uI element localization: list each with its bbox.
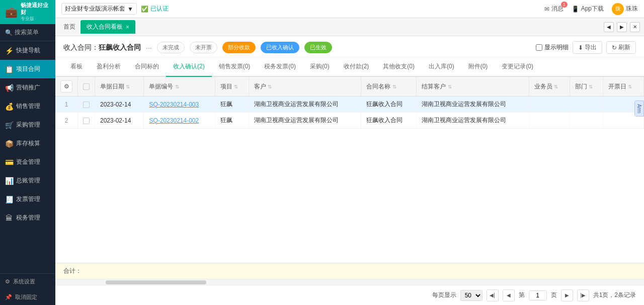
- column-settings-button[interactable]: ⚙: [60, 80, 72, 92]
- sub-tab-attachment[interactable]: 附件(0): [461, 57, 495, 77]
- status-btn-effective[interactable]: 已生效: [304, 42, 332, 53]
- total-pages-label: 共1页，2条记录: [593, 291, 636, 299]
- sort-invoice-icon[interactable]: ⇅: [628, 84, 632, 89]
- sort-customer-icon[interactable]: ⇅: [268, 84, 272, 89]
- sidebar-item-project-contract[interactable]: 📋 项目合同: [0, 60, 55, 78]
- row-checkbox-2[interactable]: [78, 113, 95, 129]
- th-customer-label: 客户: [254, 83, 266, 90]
- horizontal-scrollbar[interactable]: [55, 279, 644, 285]
- row-contract-1: 狂飙收入合同: [361, 96, 417, 113]
- sidebar-label-quick-nav: 快捷导航: [16, 46, 40, 55]
- home-tab[interactable]: 首页: [59, 21, 79, 33]
- row-number-1[interactable]: SQ-20230214-003: [144, 96, 215, 113]
- sidebar-bottom-settings[interactable]: ⚙ 系统设置: [0, 274, 55, 289]
- refresh-button[interactable]: ↻ 刷新: [606, 41, 636, 54]
- sidebar-label-4: 库存核算: [16, 139, 40, 148]
- arm-button[interactable]: Arm: [634, 100, 644, 117]
- status-btn-confirmed[interactable]: 已收入确认: [261, 42, 299, 53]
- sidebar-item-finance[interactable]: 💳 资金管理: [0, 153, 55, 171]
- sub-tab-change-log[interactable]: 变更记录(0): [495, 57, 540, 77]
- message-button[interactable]: ✉ 1 消息: [544, 5, 564, 13]
- sort-project-icon[interactable]: ⇅: [234, 84, 238, 89]
- user-avatar[interactable]: 珠 珠珠: [612, 3, 638, 15]
- status-btn-uninvoiced[interactable]: 未开票: [190, 42, 217, 53]
- sub-tab-tax-invoice[interactable]: 税务发票(0): [257, 57, 303, 77]
- display-detail-checkbox[interactable]: 显示明细: [536, 43, 569, 52]
- row-number-2[interactable]: SQ-20230214-002: [144, 113, 215, 129]
- page-size-select[interactable]: 50: [460, 290, 482, 301]
- sort-salesman-icon[interactable]: ⇅: [554, 84, 558, 89]
- page-suffix-label: 页: [551, 291, 557, 299]
- prev-tab-button[interactable]: ◀: [604, 22, 614, 32]
- th-contract-label: 合同名称: [366, 83, 390, 90]
- sidebar: 💼 畅捷通好业财 专业版 🔍 搜索菜单 ⚡ 快捷导航 📋 项目合同 📢 营销推广…: [0, 0, 55, 305]
- next-tab-button[interactable]: ▶: [617, 22, 627, 32]
- user-name-abbr: 珠: [615, 5, 621, 13]
- sort-dept-icon[interactable]: ⇅: [589, 84, 593, 89]
- checkbox-2[interactable]: [83, 118, 90, 124]
- th-settle-customer-label: 结算客户: [422, 83, 446, 90]
- settings-icon: ⚙: [5, 278, 10, 285]
- page-prefix-label: 第: [519, 291, 525, 299]
- sort-number-icon[interactable]: ⇅: [175, 84, 179, 89]
- finance-icon: 💳: [5, 158, 13, 166]
- sidebar-item-ledger[interactable]: 📊 总账管理: [0, 171, 55, 190]
- th-salesman: 业务员 ⇅: [529, 77, 570, 96]
- sub-tab-sales-invoice[interactable]: 销售发票(0): [212, 57, 258, 77]
- sidebar-item-quick-nav[interactable]: ⚡ 快捷导航: [0, 41, 55, 60]
- close-tab-button[interactable]: ×: [126, 24, 129, 31]
- logo-icon: 💼: [5, 6, 18, 18]
- active-tab[interactable]: 收入合同看板 ×: [80, 20, 135, 34]
- sidebar-item-marketing[interactable]: 📢 营销推广: [0, 78, 55, 97]
- th-customer: 客户 ⇅: [249, 77, 361, 96]
- sort-date-icon[interactable]: ⇅: [126, 84, 130, 89]
- sort-settle-icon[interactable]: ⇅: [448, 84, 452, 89]
- row-checkbox-1[interactable]: [78, 96, 95, 113]
- sidebar-item-inventory[interactable]: 📦 库存核算: [0, 134, 55, 153]
- phone-icon: 📱: [572, 6, 579, 13]
- sidebar-item-sales[interactable]: 💰 销售管理: [0, 97, 55, 116]
- search-menu[interactable]: 🔍 搜索菜单: [0, 24, 55, 41]
- first-page-button[interactable]: ◀|: [487, 289, 499, 301]
- checkbox-1[interactable]: [83, 101, 90, 108]
- sub-tab-revenue-confirm[interactable]: 收入确认(2): [166, 57, 212, 77]
- more-icon[interactable]: ···: [146, 44, 152, 52]
- row-settle-1: 湖南卫视商业运营发展有限公司: [417, 96, 529, 113]
- status-btn-partial[interactable]: 部分收款: [222, 42, 256, 53]
- table-row: 2 2023-02-14 SQ-20230214-002 狂飙 湖南卫视商业运营…: [55, 113, 644, 129]
- sub-tab-other[interactable]: 其他收支(0): [376, 57, 422, 77]
- row-number-link-2[interactable]: SQ-20230214-002: [149, 117, 199, 124]
- status-btn-uncompleted[interactable]: 未完成: [157, 42, 185, 53]
- sub-tab-profit[interactable]: 盈利分析: [90, 57, 128, 77]
- prev-page-button[interactable]: ◀: [503, 289, 515, 301]
- app-logo: 💼 畅捷通好业财 专业版: [0, 0, 55, 24]
- close-window-button[interactable]: ✕: [630, 22, 640, 32]
- company-selector[interactable]: 好业财专业版演示帐套 ▼: [61, 3, 137, 15]
- row-salesman-2: [529, 113, 570, 129]
- sidebar-bottom-unpin[interactable]: 📌 取消固定: [0, 289, 55, 305]
- app-download-button[interactable]: 📱 App下载: [572, 5, 604, 13]
- scrollbar-thumb[interactable]: [106, 280, 206, 284]
- sidebar-item-tax[interactable]: 🏛 税务管理: [0, 209, 55, 227]
- next-page-button[interactable]: ▶: [561, 289, 573, 301]
- sub-tab-kanban[interactable]: 看板: [63, 57, 90, 77]
- sidebar-item-purchase[interactable]: 🛒 采购管理: [0, 116, 55, 134]
- page-number-input[interactable]: 1: [529, 290, 547, 300]
- page-title: 收入合同：狂飙收入合同: [63, 43, 141, 52]
- detail-checkbox-input[interactable]: [536, 44, 542, 51]
- contract-name: 狂飙收入合同: [99, 43, 141, 51]
- sub-tab-subject[interactable]: 合同标的: [128, 57, 166, 77]
- right-action-panel: Arm: [634, 100, 644, 117]
- export-button[interactable]: ⬇ 导出: [573, 41, 602, 54]
- sort-contract-icon[interactable]: ⇅: [392, 84, 396, 89]
- sidebar-item-invoice[interactable]: 🧾 发票管理: [0, 190, 55, 209]
- row-number-link-1[interactable]: SQ-20230214-003: [149, 101, 199, 108]
- th-checkbox: [78, 77, 95, 96]
- sub-tab-purchase[interactable]: 采购(0): [303, 57, 337, 77]
- sub-tab-payment[interactable]: 收付款(2): [337, 57, 376, 77]
- table-row: 1 2023-02-14 SQ-20230214-003 狂飙 湖南卫视商业运营…: [55, 96, 644, 113]
- prev-page-icon: ◀: [507, 292, 511, 298]
- last-page-button[interactable]: |▶: [577, 289, 589, 301]
- select-all-checkbox[interactable]: [83, 83, 90, 90]
- sub-tab-warehouse[interactable]: 出入库(0): [422, 57, 461, 77]
